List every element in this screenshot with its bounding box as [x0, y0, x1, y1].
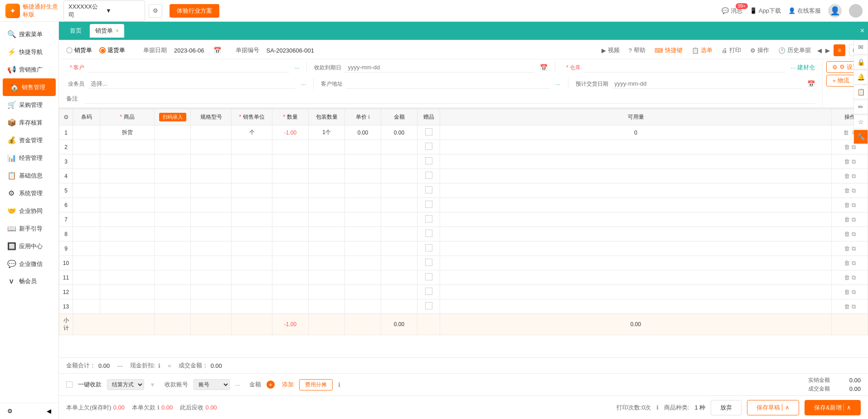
copy-icon[interactable]: ⧉	[852, 216, 856, 223]
sidebar-item-quicknav[interactable]: ⚡ 快捷导航	[0, 43, 58, 61]
copy-icon[interactable]: ⧉	[852, 173, 856, 179]
delete-icon[interactable]: 🗑	[844, 144, 850, 150]
copy-icon[interactable]: ⧉	[852, 231, 856, 237]
copy-icon[interactable]: ⧉	[852, 187, 856, 194]
product-type-info-icon[interactable]: ℹ	[656, 404, 659, 411]
remarks-input[interactable]	[84, 94, 815, 104]
operation-btn[interactable]: ⚙ 操作	[747, 45, 772, 56]
warehouse-input[interactable]	[584, 63, 786, 72]
print-btn[interactable]: 🖨 打印	[719, 45, 744, 56]
customer-dots[interactable]: ···	[295, 64, 300, 71]
expected-date-calendar-icon[interactable]: 📅	[807, 80, 815, 87]
tab-home[interactable]: 首页	[63, 24, 89, 38]
history-btn[interactable]: 🕐 历史单据	[776, 45, 814, 56]
rf-bell-btn[interactable]: 🔔	[853, 70, 868, 84]
settings-icon-btn[interactable]: ⚙	[149, 4, 162, 18]
delete-icon[interactable]: 🗑	[844, 158, 850, 165]
customer-input[interactable]	[88, 63, 289, 72]
shortcut-btn[interactable]: ⌨ 快捷键	[652, 45, 685, 56]
info-icon[interactable]: ℹ	[158, 362, 160, 369]
sidebar-settings-icon[interactable]: ⚙	[7, 408, 13, 414]
tab-sales-order[interactable]: 销货单 ×	[90, 24, 124, 38]
expense-button[interactable]: 费用分摊	[299, 379, 333, 390]
warehouse-dots[interactable]: ···	[791, 64, 796, 71]
rf-clipboard-btn[interactable]: 📋	[853, 85, 868, 99]
save-new-chevron[interactable]: ∧	[844, 404, 851, 411]
cell-price[interactable]: 0.00	[345, 125, 381, 140]
delete-icon[interactable]: 🗑	[844, 216, 850, 223]
copy-icon[interactable]: ⧉	[852, 245, 856, 252]
cell-qty[interactable]: -1.00	[272, 125, 309, 140]
payment-date-input[interactable]	[345, 63, 534, 72]
sidebar-item-operations[interactable]: 📊 经营管理	[0, 149, 58, 167]
th-scan[interactable]: 扫码录入	[155, 109, 191, 125]
delete-icon[interactable]: 🗑	[844, 231, 850, 237]
customer-addr-dots[interactable]: ···	[556, 81, 561, 87]
sidebar-collapse-icon[interactable]: ◀	[47, 408, 51, 414]
copy-icon[interactable]: ⧉	[852, 202, 856, 208]
delete-icon[interactable]: 🗑	[844, 260, 850, 266]
tab-close-icon[interactable]: ×	[116, 28, 119, 34]
sidebar-item-inventory[interactable]: 📦 库存核算	[0, 114, 58, 131]
sidebar-item-finance[interactable]: 💰 资金管理	[0, 131, 58, 149]
online-support-button[interactable]: 👤 在线客服	[788, 7, 821, 15]
sidebar-item-purchase[interactable]: 🛒 采购管理	[0, 96, 58, 114]
date-calendar-icon[interactable]: 📅	[213, 47, 221, 54]
delete-icon[interactable]: 🗑	[844, 202, 850, 208]
expected-date-input[interactable]	[612, 79, 802, 89]
payment-method-select[interactable]: 结算方式	[107, 379, 144, 390]
delete-icon[interactable]: 🗑	[844, 274, 850, 281]
sidebar-item-marketing[interactable]: 📢 营销推广	[0, 61, 58, 78]
delete-icon[interactable]: 🗑	[844, 245, 850, 252]
cell-amount[interactable]: 0.00	[381, 125, 417, 140]
save-draft-button[interactable]: 保存草稿 ∧	[747, 400, 799, 415]
video-btn[interactable]: ▶ 视频	[599, 45, 622, 56]
app-download-button[interactable]: 📱 App下载	[750, 7, 781, 15]
prev-icon[interactable]: ◀	[817, 47, 822, 54]
radio-sales[interactable]: 销货单	[66, 46, 92, 54]
payment-date-calendar-icon[interactable]: 📅	[540, 64, 548, 71]
cell-barcode[interactable]	[73, 125, 100, 140]
delete-icon[interactable]: 🗑	[844, 303, 850, 310]
copy-icon[interactable]: ⧉	[852, 303, 856, 310]
rf-message-btn[interactable]: ✉	[853, 40, 868, 54]
sidebar-item-guide[interactable]: 📖 新手引导	[0, 220, 58, 237]
salesperson-dots[interactable]: ···	[301, 81, 306, 87]
delete-icon[interactable]: 🗑	[844, 173, 850, 179]
copy-icon[interactable]: ⧉	[852, 289, 856, 295]
copy-icon[interactable]: ⧉	[852, 144, 856, 150]
cell-pkg-qty[interactable]: 1个	[309, 125, 345, 140]
sidebar-item-search[interactable]: 🔍 搜索菜单	[0, 25, 58, 43]
copy-icon[interactable]: ⧉	[852, 274, 856, 281]
rf-tool-btn[interactable]: 🔧	[853, 130, 868, 144]
delete-icon[interactable]: 🗑	[844, 187, 850, 194]
select-btn[interactable]: 📋 选单	[689, 45, 715, 56]
copy-icon[interactable]: ⧉	[852, 260, 856, 266]
th-gear[interactable]: ⚙	[59, 109, 73, 125]
save-draft-chevron[interactable]: ∧	[782, 404, 790, 411]
sidebar-item-sales[interactable]: 🏠 销售管理	[3, 78, 56, 96]
salesperson-input[interactable]	[88, 79, 296, 89]
rf-lock-btn[interactable]: 🔒	[853, 55, 868, 69]
sidebar-item-apps[interactable]: 🔲 应用中心	[0, 237, 58, 255]
delete-icon[interactable]: 🗑	[843, 129, 849, 136]
sidebar-item-member[interactable]: V 畅会员	[0, 273, 58, 290]
delete-icon[interactable]: 🗑	[844, 289, 850, 295]
tab-bar-close-icon[interactable]: ×	[860, 27, 864, 35]
radio-return[interactable]: 退货单	[99, 46, 125, 54]
message-button[interactable]: 💬 消息 99+	[722, 7, 742, 15]
payment-info-icon[interactable]: ℹ	[338, 381, 340, 388]
rf-edit-btn[interactable]: ✏	[853, 100, 868, 114]
rf-star-btn[interactable]: ☆	[853, 115, 868, 129]
company-selector[interactable]: XXXXXX公司 ▼	[63, 0, 145, 21]
onestep-checkbox[interactable]	[66, 381, 73, 388]
sidebar-item-basics[interactable]: 📋 基础信息	[0, 167, 58, 184]
account-select[interactable]: 账号	[194, 379, 230, 390]
cell-spec[interactable]	[191, 125, 232, 140]
copy-icon[interactable]: ⧉	[852, 158, 856, 165]
scan-button[interactable]: 扫码录入	[159, 113, 186, 121]
save-new-button[interactable]: 保存&新增 ∧	[805, 400, 861, 415]
sidebar-item-collab[interactable]: 🤝 企业协同	[0, 202, 58, 220]
sidebar-item-system[interactable]: ⚙ 系统管理	[0, 184, 58, 202]
discard-button[interactable]: 放弃	[711, 400, 742, 415]
